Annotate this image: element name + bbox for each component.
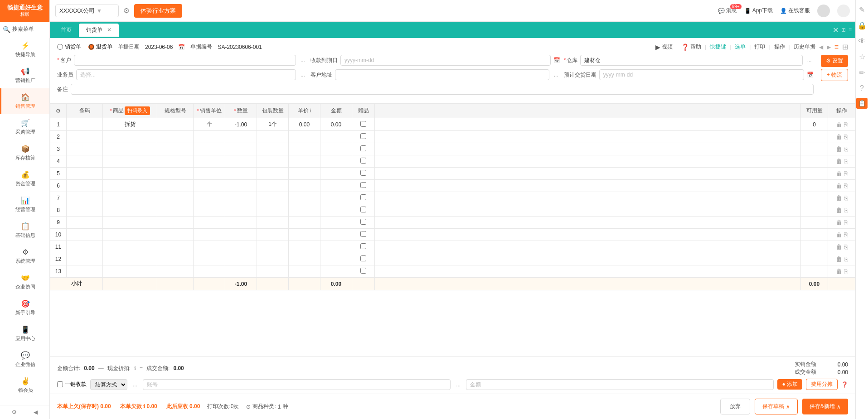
cell-spec[interactable] [157,118,194,131]
cell-product[interactable] [103,265,157,278]
cell-barcode[interactable] [67,131,103,143]
sidebar-item-marketing[interactable]: 📢 营销推广 [0,63,49,88]
cell-price[interactable] [289,253,320,265]
cell-price[interactable] [289,204,320,217]
history-btn[interactable]: 历史单据 [794,43,815,51]
sidebar-item-quick-nav[interactable]: ⚡ 快捷导航 [0,37,49,63]
tab-close-icon[interactable]: ✕ [107,27,112,33]
settings-btn[interactable]: ⚙ 设置 [821,55,848,67]
cell-qty[interactable] [225,192,257,204]
sidebar-item-wechat[interactable]: 💬 企业微信 [0,347,49,372]
addr-dots[interactable]: ... [552,72,560,78]
barcode-input[interactable] [68,121,101,128]
radio-return-input[interactable] [88,44,94,50]
calendar-icon[interactable]: 📅 [178,44,185,50]
sidebar-item-operations[interactable]: 📊 经营管理 [0,192,49,217]
copy-icon[interactable]: ⎘ [844,158,848,165]
gift-checkbox[interactable] [360,231,366,237]
copy-icon[interactable]: ⎘ [844,231,848,238]
radio-return[interactable]: 退货单 [88,43,112,51]
copy-icon[interactable]: ⎘ [844,121,848,128]
cell-gift[interactable] [352,131,375,143]
warehouse-input[interactable] [580,55,802,66]
delete-icon[interactable]: 🗑 [836,268,842,275]
view-grid-icon[interactable]: ⊞ [842,43,848,51]
barcode-input[interactable] [68,146,101,152]
expense-help-icon[interactable]: ❓ [841,381,848,388]
delete-icon[interactable]: 🗑 [836,121,842,128]
cell-qty[interactable] [225,229,257,241]
copy-icon[interactable]: ⎘ [844,255,848,263]
one-click-pay-checkbox[interactable]: 一键收款 [57,380,87,388]
cell-product[interactable] [103,180,157,192]
settlement-dots[interactable]: ... [131,381,139,388]
barcode-input[interactable] [68,219,101,226]
cell-gift[interactable] [352,192,375,204]
cell-barcode[interactable] [67,204,103,217]
rp-question-icon[interactable]: ? [858,82,866,94]
tab-expand-icon[interactable]: ✕ [833,26,839,34]
cell-product[interactable] [103,192,157,204]
cell-gift[interactable] [352,204,375,217]
barcode-input[interactable] [68,268,101,275]
cell-product[interactable] [103,217,157,229]
copy-icon[interactable]: ⎘ [844,207,848,214]
delete-icon[interactable]: 🗑 [836,255,842,263]
delete-icon[interactable]: 🗑 [836,231,842,238]
payment-date-input[interactable] [340,55,551,66]
rp-pencil-icon[interactable]: ✏ [857,67,867,79]
cell-product[interactable] [103,168,157,180]
barcode-input[interactable] [68,183,101,189]
copy-icon[interactable]: ⎘ [844,268,848,275]
delete-icon[interactable]: 🗑 [836,170,842,177]
cell-spec[interactable] [157,143,194,155]
cell-qty[interactable] [225,131,257,143]
user-avatar2[interactable] [837,5,850,17]
help-btn[interactable]: ❓帮助 [681,43,701,51]
nav-prev-icon[interactable]: ◀ [819,44,823,50]
barcode-input[interactable] [68,231,101,238]
cell-barcode[interactable] [67,265,103,278]
expected-cal-icon[interactable]: 📅 [807,72,814,78]
cell-barcode[interactable] [67,253,103,265]
barcode-input[interactable] [68,244,101,250]
sidebar-item-system[interactable]: ⚙ 系统管理 [0,243,49,269]
sidebar-item-basic-info[interactable]: 📋 基础信息 [0,217,49,243]
tab-list-icon[interactable]: ≡ [849,27,852,33]
cell-gift[interactable] [352,229,375,241]
owe-info-icon[interactable]: ℹ [143,404,145,409]
cell-price[interactable] [289,131,320,143]
cell-gift[interactable] [352,180,375,192]
copy-icon[interactable]: ⎘ [844,219,848,226]
cell-product[interactable] [103,131,157,143]
cell-price[interactable] [289,155,320,168]
cell-qty[interactable] [225,241,257,253]
settlement-method-select[interactable]: 结算方式 [90,379,127,390]
cell-barcode[interactable] [67,168,103,180]
tab-sales-order[interactable]: 销货单 ✕ [79,24,119,37]
cell-price[interactable] [289,192,320,204]
app-download-btn[interactable]: 📱 App下载 [744,7,773,14]
delete-icon[interactable]: 🗑 [836,133,842,140]
video-btn[interactable]: ▶视频 [655,43,673,51]
cell-spec[interactable] [157,131,194,143]
expected-date-input[interactable] [599,69,804,80]
cell-gift[interactable] [352,253,375,265]
radio-sales-input[interactable] [57,44,63,50]
cell-spec[interactable] [157,155,194,168]
copy-icon[interactable]: ⎘ [844,243,848,250]
cell-barcode[interactable] [67,229,103,241]
cell-qty[interactable] [225,253,257,265]
delete-icon[interactable]: 🗑 [836,182,842,189]
cell-qty[interactable] [225,217,257,229]
shortcut-btn[interactable]: 快捷键 [710,43,726,51]
rp-lock-icon[interactable]: 🔒 [856,19,868,32]
cell-qty[interactable]: -1.00 [225,118,257,131]
save-new-btn[interactable]: 保存&新增 ∧ [802,399,848,414]
barcode-input[interactable] [68,195,101,201]
add-payment-btn[interactable]: ● 添加 [777,379,802,390]
sidebar-search[interactable]: 🔍 搜索菜单 [0,22,49,37]
cell-spec[interactable] [157,204,194,217]
sidebar-item-sales[interactable]: 🏠 销售管理 [0,88,49,114]
save-draft-btn[interactable]: 保存草稿 ∧ [755,399,798,414]
